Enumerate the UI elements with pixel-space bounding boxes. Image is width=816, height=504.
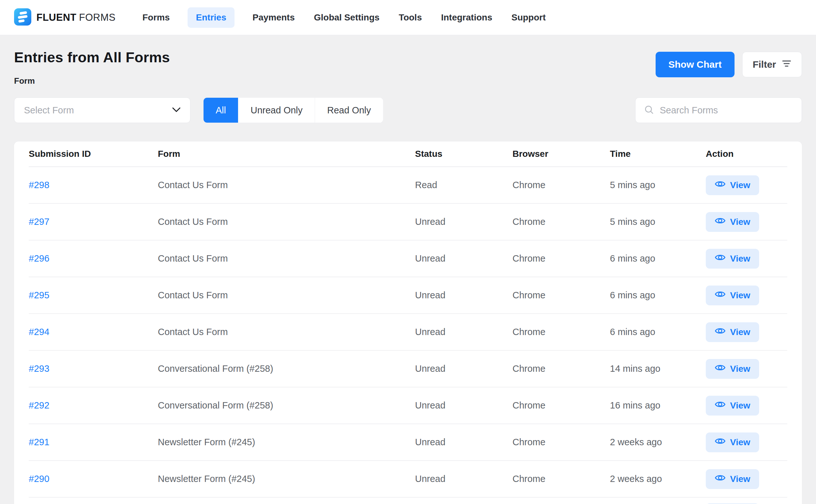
filter-button-label: Filter [753, 59, 776, 70]
chevron-down-icon [172, 107, 180, 113]
nav-item[interactable]: Forms [141, 7, 171, 28]
form-name-cell: Contact Us Form [158, 290, 415, 301]
view-button-label: View [730, 290, 750, 301]
eye-icon [715, 325, 726, 339]
nav-item[interactable]: Integrations [440, 7, 493, 28]
page-title-block: Entries from All Forms Form [14, 49, 170, 86]
nav-item[interactable]: Payments [251, 7, 296, 28]
form-name-cell: Newsletter Form (#245) [158, 437, 415, 447]
view-button[interactable]: View [706, 432, 759, 452]
status-cell: Unread [415, 290, 513, 301]
search-forms-box [635, 97, 802, 123]
page-title: Entries from All Forms [14, 49, 170, 66]
view-button[interactable]: View [706, 212, 759, 232]
search-forms-input[interactable] [659, 105, 793, 116]
time-cell: 16 mins ago [610, 400, 706, 411]
submission-id-link[interactable]: #297 [29, 217, 50, 227]
fluent-forms-logo-icon [14, 8, 31, 27]
submission-id-link[interactable]: #291 [29, 437, 50, 447]
filter-button[interactable]: Filter [742, 52, 802, 77]
browser-cell: Chrome [513, 363, 610, 374]
show-chart-button[interactable]: Show Chart [656, 52, 735, 77]
submission-id-link[interactable]: #290 [29, 474, 50, 484]
eye-icon [715, 252, 726, 265]
browser-cell: Chrome [513, 180, 610, 190]
submission-id-link[interactable]: #295 [29, 290, 50, 300]
browser-cell: Chrome [513, 253, 610, 264]
view-button-label: View [730, 437, 750, 447]
status-tab[interactable]: All [203, 98, 238, 123]
eye-icon [715, 179, 726, 192]
time-cell: 2 weeks ago [610, 437, 706, 447]
eye-icon [715, 436, 726, 449]
view-button[interactable]: View [706, 322, 759, 342]
view-button-label: View [730, 474, 750, 484]
status-cell: Unread [415, 327, 513, 337]
browser-cell: Chrome [513, 474, 610, 484]
table-row: #298 Contact Us Form Read Chrome 5 mins … [29, 167, 787, 204]
status-cell: Unread [415, 217, 513, 227]
time-cell: 5 mins ago [610, 217, 706, 227]
main-menu: Forms Entries Payments Global Settings T… [141, 7, 547, 28]
column-header-action: Action [706, 149, 787, 159]
eye-icon [715, 399, 726, 412]
nav-item[interactable]: Support [510, 7, 547, 28]
status-cell: Unread [415, 363, 513, 374]
form-name-cell: Newsletter Form (#245) [158, 474, 415, 484]
form-name-cell: Conversational Form (#258) [158, 363, 415, 374]
column-header-browser: Browser [513, 149, 610, 159]
column-header-time: Time [610, 149, 706, 159]
view-button-label: View [730, 401, 750, 411]
submission-id-link[interactable]: #294 [29, 327, 50, 337]
view-button[interactable]: View [706, 396, 759, 416]
time-cell: 14 mins ago [610, 363, 706, 374]
status-tab[interactable]: Read Only [315, 98, 383, 123]
view-button[interactable]: View [706, 175, 759, 195]
view-button-label: View [730, 217, 750, 227]
select-form-placeholder: Select Form [24, 105, 74, 116]
column-header-status: Status [415, 149, 513, 159]
time-cell: 6 mins ago [610, 327, 706, 337]
submission-id-link[interactable]: #292 [29, 400, 50, 410]
table-row: #295 Contact Us Form Unread Chrome 6 min… [29, 277, 787, 314]
nav-item[interactable]: Global Settings [313, 7, 381, 28]
eye-icon [715, 472, 726, 485]
form-name-cell: Contact Us Form [158, 327, 415, 337]
table-row: #293 Conversational Form (#258) Unread C… [29, 351, 787, 387]
status-cell: Read [415, 180, 513, 190]
table-row: #296 Contact Us Form Unread Chrome 6 min… [29, 241, 787, 277]
view-button-label: View [730, 254, 750, 264]
table-row: #291 Newsletter Form (#245) Unread Chrom… [29, 424, 787, 461]
entries-controls: Select Form All Unread Only Read Only [14, 97, 802, 123]
browser-cell: Chrome [513, 400, 610, 411]
brand-name: FLUENTFORMS [36, 12, 116, 23]
view-button[interactable]: View [706, 359, 759, 379]
nav-item[interactable]: Tools [397, 7, 423, 28]
eye-icon [715, 289, 726, 302]
nav-item[interactable]: Entries [187, 7, 234, 28]
time-cell: 2 weeks ago [610, 474, 706, 484]
time-cell: 6 mins ago [610, 290, 706, 301]
fluent-forms-logo[interactable]: FLUENTFORMS [14, 8, 116, 27]
form-name-cell: Contact Us Form [158, 217, 415, 227]
view-button-label: View [730, 327, 750, 337]
view-button[interactable]: View [706, 286, 759, 305]
status-tab[interactable]: Unread Only [238, 98, 315, 123]
view-button[interactable]: View [706, 469, 759, 489]
view-button[interactable]: View [706, 249, 759, 269]
entries-table-card: Submission ID Form Status Browser Time A… [14, 141, 802, 504]
form-name-cell: Conversational Form (#258) [158, 400, 415, 411]
browser-cell: Chrome [513, 217, 610, 227]
table-row: View [29, 498, 787, 504]
page-header: Entries from All Forms Form Show Chart F… [14, 49, 802, 86]
table-row: #294 Contact Us Form Unread Chrome 6 min… [29, 314, 787, 351]
submission-id-link[interactable]: #298 [29, 180, 50, 190]
form-name-cell: Contact Us Form [158, 253, 415, 264]
table-row: #297 Contact Us Form Unread Chrome 5 min… [29, 204, 787, 241]
table-row: #290 Newsletter Form (#245) Unread Chrom… [29, 461, 787, 498]
submission-id-link[interactable]: #296 [29, 253, 50, 263]
submission-id-link[interactable]: #293 [29, 363, 50, 374]
table-row: #292 Conversational Form (#258) Unread C… [29, 387, 787, 424]
select-form-dropdown[interactable]: Select Form [14, 97, 190, 123]
status-cell: Unread [415, 437, 513, 447]
